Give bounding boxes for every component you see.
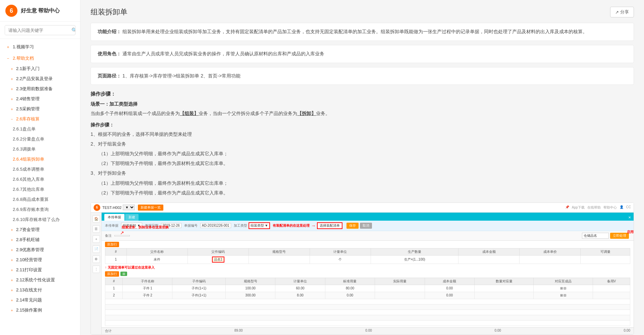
sim-nav-list[interactable]: ☰ <box>93 225 100 233</box>
step1: 1、根据不同的业务，选择不同单据的类型来处理 <box>91 130 634 138</box>
sidebar-item-cost-adjust[interactable]: 2.6.5成本调整单 <box>0 164 80 174</box>
func-intro-label: 功能介绍： <box>98 29 121 34</box>
annotation2-text: 组装业务、拆卸业务在这里切换 <box>122 225 169 230</box>
sidebar-item-inventory[interactable]: － 2.6库存核算 <box>0 114 80 124</box>
step2: 2、对于组装业务 <box>91 140 634 148</box>
nav-section-2: － 2.帮助文档 ＋ 2.1新手入门 ＋ 2.2产品安装及登录 ＋ 2.3使用前… <box>0 53 80 315</box>
sim-close-btn[interactable]: ✕ <box>628 216 631 219</box>
sim-nav-settings[interactable]: ⚙ <box>93 256 100 263</box>
cell2b-cost: 0.00 <box>425 292 474 299</box>
sim-upper-table: # 父件名称 父件编码 规格型号 计量单位 生产数量 成本金额 成本单价 可调量 <box>105 248 630 264</box>
table-row <box>105 315 630 320</box>
logo-area: 6 好生意 帮助中心 <box>0 0 80 22</box>
sim-cancel-btn[interactable]: 取消 <box>360 223 372 229</box>
sim-bom-btn[interactable]: 选择装配清单 <box>317 222 342 229</box>
sim-ordernum-field[interactable]: AD-20191226-001 <box>200 223 231 228</box>
sim-nav-doc[interactable]: 📄 <box>93 245 100 253</box>
help-docs-sublist: ＋ 2.1新手入门 ＋ 2.2产品安装及登录 ＋ 2.3使用前数据准备 ＋ 2.… <box>0 64 80 315</box>
sim-type-label: 加工类型 <box>234 223 247 228</box>
search-input[interactable] <box>5 26 68 35</box>
plus-icon-2-8: ＋ <box>9 237 14 242</box>
sidebar-item-other-outbound[interactable]: 2.6.7其他出库单 <box>0 184 80 194</box>
sim-th-parent-name: 父件名称 <box>126 248 187 255</box>
sim-warehouse-field[interactable]: 仓储品名 <box>582 233 609 239</box>
sidebar-item-cost-recalc[interactable]: 2.6.8商品成本重算 <box>0 194 80 205</box>
annotation2-arrow: ↗ <box>120 230 124 235</box>
sidebar-item-finance[interactable]: ＋ 2.7资金管理 <box>0 225 80 235</box>
cell2b-std: 0.00 <box>325 292 375 299</box>
sim-upper-table-area: # 父件名称 父件编码 规格型号 计量单位 生产数量 成本金额 成本单价 可调量 <box>102 248 634 271</box>
cell2-code: 子件(1+1) <box>172 285 226 292</box>
cell2-qty-corr <box>474 285 533 292</box>
cell-empty6 <box>105 315 630 320</box>
sim-th2-qty-corr: 数量对应量 <box>474 278 533 285</box>
sim-company-select[interactable]: ▼ <box>123 205 135 210</box>
annotation1-arrow: → <box>311 223 316 228</box>
sidebar-item-other-inbound[interactable]: 2.6.6其他入库单 <box>0 174 80 184</box>
cell2b-unit: 8.00 <box>275 292 325 299</box>
sim-form-row2: 备注 组装业务、拆卸业务在这里切换 ↗ 仓储品名 立即处理 启用处理 <box>102 231 634 241</box>
sidebar-item-coupon[interactable]: ＋ 2.9优惠券管理 <box>0 245 80 255</box>
sidebar-item-mobile[interactable]: ＋ 2.8手机旺辅 <box>0 235 80 245</box>
sim-new-btn[interactable]: 新建单据一览 <box>138 205 163 211</box>
search-button[interactable]: 🔍 <box>68 25 75 35</box>
plus-icon: ＋ <box>5 44 11 50</box>
sim-process-btn[interactable]: 立即处理 <box>610 233 629 239</box>
sidebar-item-print[interactable]: ＋ 2.11打印设置 <box>0 265 80 275</box>
sim-annotation3: 仓储品名 立即处理 启用处理 ↓ <box>582 233 630 239</box>
cell-unit-cost <box>520 255 581 264</box>
sidebar-item-online-pay[interactable]: ＋ 2.13在线支付 <box>0 285 80 295</box>
step3: 3、对于拆卸业务 <box>91 169 634 177</box>
sidebar-item-purchase[interactable]: ＋ 2.5采购管理 <box>0 104 80 114</box>
table-row <box>105 310 630 315</box>
plus-icon-2-15: ＋ <box>9 308 14 313</box>
sim-tab-new[interactable]: 新建 <box>125 214 139 221</box>
sim-expand-btn[interactable]: ⊞ <box>120 272 127 276</box>
sim-type-field[interactable]: 组装类型 ▼ <box>249 222 270 229</box>
content-header: 组装拆卸单 ↗ 分享 <box>80 0 644 23</box>
sim-icon-app: App下载 <box>572 205 585 210</box>
sidebar-item-install[interactable]: ＋ 2.2产品安装及登录 <box>0 74 80 84</box>
sidebar-item-data-prep[interactable]: ＋ 2.3使用前数据准备 <box>0 84 80 94</box>
sidebar-item-videos[interactable]: ＋ 1.视频学习 <box>0 42 80 52</box>
cell2b-num: 2 <box>105 292 123 299</box>
sidebar-item-inventory-query[interactable]: 2.6.9库存账本查询 <box>0 205 80 215</box>
page-title: 组装拆卸单 <box>91 7 127 17</box>
sim-add-child-btn[interactable]: 添加行 <box>105 271 119 277</box>
sim-icon-avatar: 👤 <box>620 205 624 210</box>
sim-topbar: 6 TEST-H002 ▼ 新建单据一览 📌 App下载 在线帮助 帮助中心 <box>91 203 634 213</box>
sim-actions: 保存 取消 <box>346 223 372 229</box>
sidebar-item-operations[interactable]: ＋ 2.10经营管理 <box>0 255 80 265</box>
annotation4-area: ↑ 无固定清单可以通过在这里录入 <box>105 265 630 270</box>
sim-save-btn[interactable]: 保存 <box>346 223 359 229</box>
sidebar-item-cases[interactable]: ＋ 2.15操作案例 <box>0 305 80 315</box>
sidebar-item-partial-stocktake[interactable]: 2.6.2分量盘点单 <box>0 134 80 144</box>
sim-tab-active[interactable]: 本传单据 <box>104 214 124 221</box>
sidebar-item-assembly[interactable]: 2.6.4组装拆卸单 <box>0 154 80 164</box>
sidebar-item-settings[interactable]: ＋ 2.12系统个性化设置 <box>0 275 80 285</box>
cell-parent-name: 未件 <box>126 255 187 264</box>
sim-th-unit: 计量单位 <box>310 248 371 255</box>
sim-ordernum-label: 单据编号 <box>184 223 198 228</box>
sim-nav-add[interactable]: ＋ <box>93 235 100 243</box>
sim-total-cost2: 0.00 <box>494 329 501 333</box>
sidebar-item-faq[interactable]: ＋ 2.14常见问题 <box>0 295 80 305</box>
sim-nav-more[interactable]: ⋮ <box>93 266 100 273</box>
sidebar-item-transfer[interactable]: 2.6.3调拨单 <box>0 144 80 154</box>
sidebar-item-sales[interactable]: ＋ 2.4销售管理 <box>0 94 80 104</box>
sidebar-item-inventory-error[interactable]: 2.6.10库存账本错了么办 <box>0 215 80 225</box>
sim-logo: 6 <box>94 204 100 211</box>
nav-list: ＋ 1.视频学习 － 2.帮助文档 ＋ 2.1新手入门 ＋ 2.2产品安装及登录 <box>0 39 80 335</box>
cell2-cost: 0.00 <box>425 285 474 292</box>
sim-annotation1: 有装配清单的在这里处理 → 选择装配清单 <box>273 222 342 229</box>
plus-icon-2-10: ＋ <box>9 258 14 262</box>
share-button[interactable]: ↗ 分享 <box>610 7 634 17</box>
sidebar-item-stocktake[interactable]: 2.6.1盘点单 <box>0 124 80 134</box>
sidebar-item-help-docs[interactable]: － 2.帮助文档 <box>0 53 80 64</box>
sidebar-item-newbie[interactable]: ＋ 2.1新手入门 <box>0 64 80 74</box>
sim-tab-actions: ✕ <box>628 216 631 221</box>
func-intro-card: 功能介绍： 组装拆卸单用来处理企业组装或拆卸等加工业务，支持有固定装配清单的产品… <box>91 23 634 41</box>
cell-empty3 <box>105 299 630 304</box>
sim-add-row-btn[interactable]: 添加行 <box>105 242 119 247</box>
sim-nav-home[interactable]: 🏠 <box>93 215 100 223</box>
